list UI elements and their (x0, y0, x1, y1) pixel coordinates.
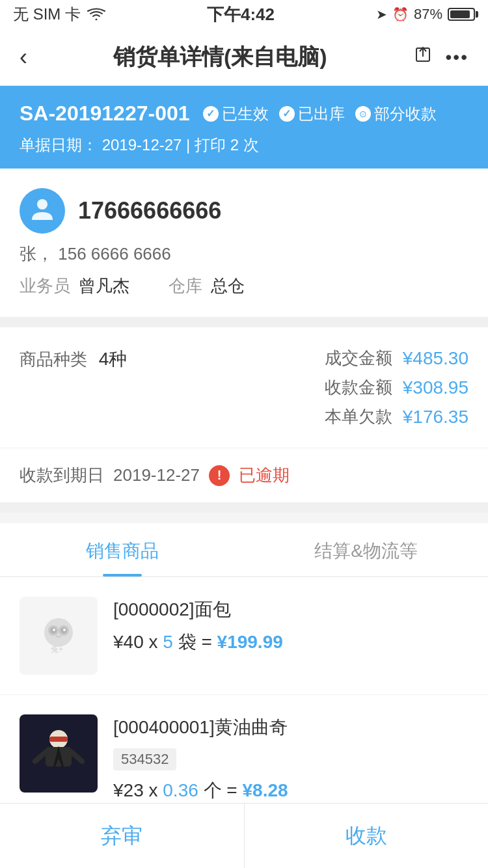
order-header: SA-20191227-001 ✓ 已生效 ✓ 已出库 ⊙ 部分收款 单据日期：… (0, 86, 488, 169)
product-name-1: [0000002]面包 (113, 597, 468, 622)
customer-alt-phone: 156 6666 6666 (58, 244, 171, 264)
customer-info: 张， 156 6666 6666 (20, 243, 468, 265)
svg-rect-14 (49, 737, 68, 742)
status-time: 下午4:42 (207, 3, 275, 26)
stats-right: 成交金额 ¥485.30 收款金额 ¥308.95 本单欠款 ¥176.35 (325, 347, 468, 428)
wifi-icon (87, 8, 105, 21)
svg-text:兔+: 兔+ (51, 645, 63, 654)
deal-amount: ¥485.30 (403, 348, 468, 369)
order-header-top: SA-20191227-001 ✓ 已生效 ✓ 已出库 ⊙ 部分收款 (20, 102, 468, 126)
warehouse-name: 总仓 (211, 276, 245, 295)
product-qty-1: 5 (163, 632, 173, 652)
bottom-bar: 弃审 收款 (0, 803, 488, 868)
abandon-review-button[interactable]: 弃审 (0, 804, 245, 868)
product-thumbnail-1: 兔+ (20, 597, 98, 675)
svg-point-9 (63, 629, 66, 631)
overdue-text: 已逾期 (239, 464, 290, 487)
product-image-2 (26, 721, 91, 786)
nav-bar: ‹ 销货单详情(来自电脑) ••• (0, 29, 488, 86)
more-button[interactable]: ••• (446, 47, 468, 68)
order-date-label: 单据日期： (20, 136, 98, 154)
product-thumbnail-2 (20, 714, 98, 793)
avatar (20, 188, 65, 234)
location-icon: ➤ (376, 7, 387, 22)
product-sku-2: 534532 (113, 748, 176, 770)
product-price-1: ¥40 x 5 袋 = ¥199.99 (113, 630, 468, 655)
divider-2 (0, 502, 488, 513)
carrier-text: 无 SIM 卡 (13, 4, 81, 25)
category-row: 商品种类 4种 (20, 347, 127, 372)
status-right: ➤ ⏰ 87% (376, 6, 475, 23)
battery-text: 87% (414, 6, 442, 23)
sales-name: 曾凡杰 (79, 276, 129, 295)
divider-1 (0, 317, 488, 327)
deal-label: 成交金额 (325, 347, 392, 370)
badge-effective: ✓ 已生效 (203, 103, 269, 124)
due-label: 本单欠款 (325, 405, 392, 428)
due-date-value: 2019-12-27 (113, 465, 200, 485)
back-button[interactable]: ‹ (20, 44, 27, 71)
order-badges: ✓ 已生效 ✓ 已出库 ⊙ 部分收款 (203, 103, 437, 124)
due-row: 本单欠款 ¥176.35 (325, 405, 468, 428)
category-label: 商品种类 (20, 349, 87, 369)
badge-shipped: ✓ 已出库 (279, 103, 345, 124)
due-date-section: 收款到期日 2019-12-27 ! 已逾期 (0, 448, 488, 502)
collect-payment-button[interactable]: 收款 (245, 804, 489, 868)
warehouse-info: 仓库 总仓 (169, 275, 245, 297)
stats-section: 商品种类 4种 成交金额 ¥485.30 收款金额 ¥308.95 本单欠款 ¥… (0, 327, 488, 448)
due-amount: ¥176.35 (403, 407, 468, 427)
product-info-1: [0000002]面包 ¥40 x 5 袋 = ¥199.99 (113, 597, 468, 655)
received-row: 收款金额 ¥308.95 (325, 376, 468, 399)
badge-partial-payment: ⊙ 部分收款 (355, 103, 437, 124)
deal-row: 成交金额 ¥485.30 (325, 347, 468, 370)
customer-meta: 业务员 曾凡杰 仓库 总仓 (20, 275, 468, 297)
customer-row: 17666666666 (20, 188, 468, 234)
status-left: 无 SIM 卡 (13, 4, 105, 25)
tabs-section: 销售商品 结算&物流等 (0, 523, 488, 577)
svg-point-2 (37, 199, 47, 210)
received-amount: ¥308.95 (403, 377, 468, 398)
category-count: 4种 (99, 349, 128, 369)
product-price-2: ¥23 x 0.36 个 = ¥8.28 (113, 778, 468, 803)
order-id: SA-20191227-001 (20, 102, 190, 126)
list-item: 兔+ [0000002]面包 ¥40 x 5 袋 = ¥199.99 (0, 577, 488, 695)
overdue-icon: ! (209, 465, 230, 486)
customer-phone: 17666666666 (78, 197, 221, 224)
received-label: 收款金额 (325, 376, 392, 399)
order-print-text: | 打印 2 次 (186, 136, 259, 154)
tab-products[interactable]: 销售商品 (0, 523, 244, 576)
svg-point-8 (53, 629, 55, 631)
customer-section: 17666666666 张， 156 6666 6666 业务员 曾凡杰 仓库 … (0, 169, 488, 317)
nav-actions: ••• (413, 45, 468, 69)
order-date-row: 单据日期： 2019-12-27 | 打印 2 次 (20, 135, 468, 156)
warehouse-label: 仓库 (169, 276, 202, 295)
page-title: 销货单详情(来自电脑) (113, 42, 327, 72)
tab-settlement[interactable]: 结算&物流等 (244, 523, 488, 576)
product-name-2: [000400001]黄油曲奇 (113, 714, 468, 740)
share-button[interactable] (413, 45, 433, 69)
order-date-value: 2019-12-27 (102, 136, 182, 154)
product-qty-2: 0.36 (163, 780, 198, 800)
alarm-icon: ⏰ (392, 7, 409, 22)
customer-name: 张， (20, 244, 53, 264)
sales-info: 业务员 曾凡杰 (20, 275, 129, 297)
user-icon (29, 195, 55, 227)
product-list: 兔+ [0000002]面包 ¥40 x 5 袋 = ¥199.99 (0, 577, 488, 823)
sales-label: 业务员 (20, 276, 70, 295)
product-total-2: ¥8.28 (242, 780, 288, 800)
product-total-1: ¥199.99 (217, 632, 283, 652)
status-bar: 无 SIM 卡 下午4:42 ➤ ⏰ 87% (0, 0, 488, 29)
due-date-label: 收款到期日 (20, 464, 104, 487)
owl-icon: 兔+ (33, 610, 85, 662)
stats-left: 商品种类 4种 (20, 347, 127, 372)
product-info-2: [000400001]黄油曲奇 534532 ¥23 x 0.36 个 = ¥8… (113, 714, 468, 803)
battery-icon (448, 8, 475, 21)
